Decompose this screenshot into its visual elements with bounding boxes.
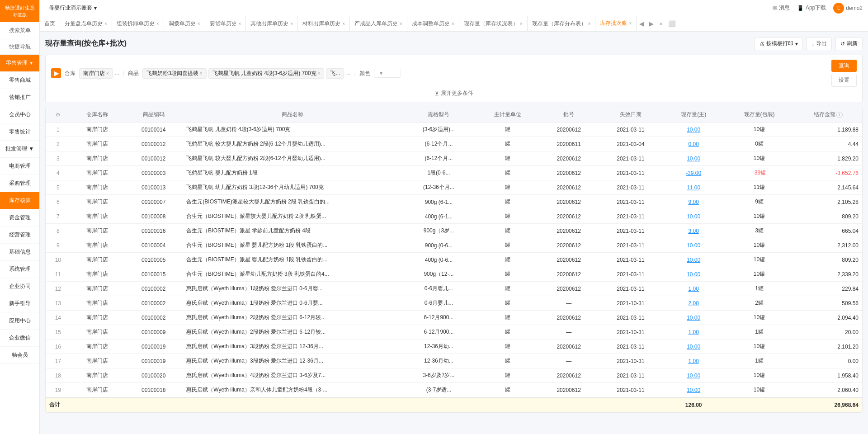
row-qty-main[interactable]: 9.00 [663,195,724,209]
row-expire: 2021-03-04 [598,137,663,151]
tab-prev-btn[interactable]: ◀ [637,16,646,32]
tab-stock-status[interactable]: 现存量（库存状况表） × [459,16,528,32]
sidebar-item-basics[interactable]: 基础信息 [0,244,39,261]
tab-close-icon[interactable]: × [452,21,454,26]
tab-home[interactable]: 首页 [40,16,60,32]
row-spec: (3-7岁适... [402,383,476,398]
amount-info-icon[interactable]: i [836,112,843,118]
search-menu[interactable]: 搜索菜单 [0,22,39,39]
th-name: 商品名称 [183,107,402,123]
row-qty-main[interactable]: 1.00 [663,325,724,340]
tab-close-icon[interactable]: × [156,21,159,26]
tab-close-all-btn[interactable]: × [656,16,665,32]
tab-close-icon[interactable]: × [400,21,402,26]
row-qty-main[interactable]: 11.00 [663,180,724,195]
product-tag-1-close[interactable]: × [200,71,203,76]
row-qty-main[interactable]: 10.00 [663,340,724,354]
tab-batch-ledger[interactable]: 库存批次账 × [595,16,637,32]
refresh-btn[interactable]: ↺ 刷新 [835,37,863,50]
sidebar-item-retail-stats[interactable]: 零售统计 [0,123,39,141]
tab-material-out[interactable]: 材料出库单历史 × [298,16,350,32]
tab-transfer[interactable]: 调拨单历史 × [164,16,205,32]
filter-toggle-btn[interactable]: ▶ [51,68,61,78]
row-code: 00100004 [124,238,183,253]
sidebar-item-guide[interactable]: 新手引导 [0,295,39,312]
tab-inventory-count[interactable]: 分量盘点单历史 × [60,16,112,32]
color-select[interactable]: ▾ [374,69,401,78]
table-row: 6 南岸门店 00100007 合生元(BIOSTIME)派星较大婴儿配方奶粉 … [46,195,862,209]
row-qty-main[interactable]: 10.00 [663,368,724,383]
tab-next-btn[interactable]: ▶ [646,16,656,32]
row-qty-main[interactable]: 10.00 [663,253,724,267]
product-tag-2-close[interactable]: × [318,71,321,76]
sidebar-item-finance[interactable]: 资金管理 [0,209,39,226]
sidebar-item-members[interactable]: 会员中心 [0,106,39,123]
sidebar-item-ecommerce[interactable]: 电商管理 [0,158,39,175]
tab-close-icon[interactable]: × [290,21,293,26]
row-qty-main[interactable]: 0.00 [663,137,724,151]
app-download-btn[interactable]: 📱 App下载 [797,4,826,12]
row-qty-main[interactable]: 3.00 [663,224,724,238]
account-switcher[interactable]: 母婴行业演示账套 ▾ [45,2,100,14]
tab-requisition[interactable]: 要货单历史 × [205,16,246,32]
sidebar-item-member-card[interactable]: 畅会员 [0,347,39,364]
tab-stock-dist[interactable]: 现存量（库存分布表） × [528,16,596,32]
sidebar-item-collab[interactable]: 企业协同 [0,278,39,295]
settings-icon[interactable]: ⚙ [56,112,61,118]
row-name: 飞鹤星飞帆 较大婴儿配方奶粉 2段(6-12个月婴幼儿适用)... [183,137,402,151]
tab-label: 组装拆卸单历史 [117,20,155,28]
row-qty-main[interactable]: 10.00 [663,151,724,166]
row-name: 合生元（BIOSTIME）派星 学龄前儿童配方奶粉 4段 [183,224,402,238]
expand-more-btn[interactable]: ⊻ 展开更多条件 [51,90,857,97]
tab-close-icon[interactable]: × [342,21,345,26]
export-btn[interactable]: ↓ 导出 [807,37,832,50]
setting-btn[interactable]: 设置 [831,74,857,87]
sidebar-item-wholesale[interactable]: 批发管理 ▼ [0,141,39,158]
message-btn[interactable]: ✉ 消息 [773,4,790,12]
sidebar-item-apps[interactable]: 应用中心 [0,312,39,330]
warehouse-more[interactable]: ... [115,70,119,76]
tab-assembly[interactable]: 组装拆卸单历史 × [112,16,164,32]
sidebar-item-retail-mgmt[interactable]: 零售管理 ▼ [0,55,39,72]
tab-close-icon[interactable]: × [239,21,241,26]
tab-close-icon[interactable]: × [104,21,107,26]
tab-finished-in[interactable]: 产成品入库单历史 × [350,16,407,32]
row-name: 合生元（BIOSTIME）派星幼儿配方奶粉 3段 乳铁蛋白的4... [183,267,402,282]
row-amount: 809.20 [795,253,862,267]
sidebar-item-purchase[interactable]: 采购管理 [0,175,39,192]
row-qty-main[interactable]: 1.00 [663,354,724,368]
row-qty-main[interactable]: 2.00 [663,296,724,311]
tab-close-icon[interactable]: × [588,21,591,26]
row-qty-main[interactable]: 10.00 [663,311,724,325]
app-label: App下载 [806,4,826,12]
row-qty-main[interactable]: 10.00 [663,209,724,224]
row-qty-main[interactable]: 10.00 [663,267,724,282]
th-settings[interactable]: ⚙ [46,107,71,123]
tab-cost-adjust[interactable]: 成本调整单历史 × [407,16,459,32]
tab-other-out[interactable]: 其他出库单历史 × [246,16,298,32]
query-btn[interactable]: 查询 [831,60,857,72]
sidebar-item-marketing[interactable]: 营销推广 [0,89,39,106]
row-num: 1 [46,123,71,137]
user-menu[interactable]: E demo2 [833,3,863,14]
tab-maximize-btn[interactable]: ⬜ [665,16,679,32]
tab-close-icon[interactable]: × [629,21,632,26]
row-qty-main[interactable]: 10.00 [663,383,724,398]
table-row: 5 南岸门店 00100013 飞鹤星飞帆 幼儿配方奶粉 3段(12-36个月幼… [46,180,862,195]
row-qty-main[interactable]: 10.00 [663,123,724,137]
sidebar-item-operations[interactable]: 经营管理 [0,226,39,244]
row-qty-main[interactable]: 10.00 [663,238,724,253]
sidebar-item-system[interactable]: 系统管理 [0,261,39,278]
quick-nav[interactable]: 快捷导航 [0,39,39,55]
product-more[interactable]: ... [346,70,350,76]
logo: 畅捷通好生意 标签版 [0,0,39,22]
tab-close-icon[interactable]: × [520,21,523,26]
row-qty-main[interactable]: -39.00 [663,166,724,180]
warehouse-tag-close[interactable]: × [106,71,109,76]
sidebar-item-weixin[interactable]: 企业微信 [0,330,39,347]
sidebar-item-inventory[interactable]: 库存核算 [0,192,39,209]
sidebar-item-retail-store[interactable]: 零售商城 [0,72,39,89]
print-btn[interactable]: 🖨 按模板打印 ▾ [754,37,803,50]
row-qty-main[interactable]: 1.00 [663,282,724,296]
tab-close-icon[interactable]: × [198,21,200,26]
